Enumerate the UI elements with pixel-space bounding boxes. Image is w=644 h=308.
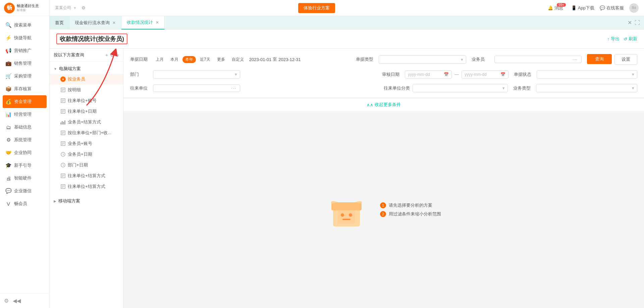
sidebar-item-basic-info[interactable]: 🗂 基础信息 [0,121,49,134]
sidebar-item-guide[interactable]: 🎓 新手引导 [0,159,49,172]
partner-more-icon[interactable]: ··· [231,86,236,90]
collapse-sidebar-icon[interactable]: ◀◀ [13,298,21,304]
sidebar-item-weixin[interactable]: 💬 企业微信 [0,185,49,197]
tab-bank-flow-close[interactable]: ✕ [112,20,116,25]
sidebar-item-enterprise[interactable]: 🤝 企业协同 [0,146,49,159]
topbar-gear-icon[interactable]: ⚙ [82,5,86,10]
step-1-number: 1 [380,202,386,208]
scheme-item-dept-date[interactable]: 部门+日期 [50,160,123,170]
tab-bank-flow[interactable]: 现金银行流水查询 ✕ [69,16,121,30]
filter-results-area: 单据日期 上月 本月 本年 近7天 更多 自定义 2023-01-01 [123,49,644,308]
department-dropdown[interactable]: ▾ [153,70,240,79]
salesperson-input[interactable]: ··· [494,56,582,63]
sidebar-item-finance[interactable]: 💰 资金管理 [3,95,47,108]
sidebar-item-sales[interactable]: 💼 销售管理 [0,57,49,70]
maximize-icon[interactable]: ⛶ [635,20,640,26]
user-area[interactable]: Rit [629,3,639,13]
sidebar-item-search[interactable]: 🔍 搜索菜单 [0,19,49,32]
date-tab-more[interactable]: 更多 [214,56,228,63]
mobile-group-arrow-icon: ▶ [54,199,56,203]
system-icon: ⚙ [5,137,11,143]
partner-category-dropdown[interactable]: ▾ [413,84,508,92]
sidebar-item-management[interactable]: 📊 经营管理 [0,108,49,121]
date-tab-this-year[interactable]: 本年 [182,56,196,63]
logo-icon: 畅 [4,3,15,13]
sidebar-item-purchase[interactable]: 🛒 采购管理 [0,70,49,83]
voucher-status-dropdown[interactable]: ▾ [537,70,637,79]
audit-date-from[interactable]: yyyy-mm-dd 📅 [405,70,452,79]
export-button[interactable]: ↑ 导出 [607,36,620,42]
settings-button[interactable]: 设置 [614,54,637,65]
scheme-item-partner-settlement2[interactable]: 往来单位+结算方式 [50,181,123,192]
scheme-item-partner-date[interactable]: 往来单位+日期 [50,106,123,117]
scheme-item-salesperson-settlement[interactable]: 业务员+结算方式 [50,117,123,127]
scheme-item-by-salesperson[interactable]: ● 按业务员 [50,74,123,85]
management-icon: 📊 [5,111,11,117]
business-type-dropdown[interactable]: ▾ [536,84,637,92]
salesperson-more-icon[interactable]: ··· [573,57,578,61]
topbar-breadcrumb: 某某公司 [55,5,71,11]
scheme-item-partner-settlement1[interactable]: 往来单位+结算方式 [50,170,123,181]
app-download-button[interactable]: 📱 App下载 [571,5,594,11]
scheme-item-salesperson-account-icon [60,141,66,146]
empty-illustration [326,190,367,230]
tab-receipt-stats-close[interactable]: ✕ [156,20,159,25]
sidebar-label-purchase: 采购管理 [14,73,32,79]
collapse-bar[interactable]: ∧∧ 收起更多条件 [123,98,644,111]
empty-steps: 1 请先选择要分析的方案 2 用过滤条件来缩小分析范围 [380,202,441,217]
add-scheme-button[interactable]: + [105,52,108,58]
sidebar-label-hardware: 智能硬件 [14,175,32,181]
marketing-icon: 📢 [5,48,11,54]
sidebar-item-quick-nav[interactable]: ⚡ 快捷导航 [0,32,49,44]
scheme-item-salesperson-account[interactable]: 业务员+账号 [50,138,123,149]
online-service-button[interactable]: 💬 在线客服 [600,5,624,11]
date-tab-this-month[interactable]: 本月 [168,56,181,63]
scheme-settings-icon[interactable]: ⚙ [110,52,114,58]
date-tab-last-7-days[interactable]: 近7天 [197,56,213,63]
svg-rect-36 [338,210,355,223]
sidebar-item-system[interactable]: ⚙ 系统管理 [0,134,49,146]
scheme-group-mobile-header[interactable]: ▶ 移动端方案 [50,196,123,206]
query-button[interactable]: 查询 [587,54,612,64]
collapse-scheme-panel-icon[interactable]: « [116,52,119,58]
trial-button[interactable]: 体验行业方案 [298,3,335,13]
filter-field-voucher-status: 单据状态 ▾ [514,70,637,79]
date-tab-custom[interactable]: 自定义 [229,56,247,63]
phone-icon: 📱 [571,5,577,10]
empty-content: 1 请先选择要分析的方案 2 用过滤条件来缩小分析范围 [326,190,441,230]
refresh-button[interactable]: ↺ 刷新 [624,36,637,42]
sidebar-item-inventory[interactable]: 📦 库存核算 [0,83,49,95]
svg-rect-39 [342,219,351,220]
topbar-right: 🔔 消息 99+ 📱 App下载 💬 在线客服 Rit [548,3,639,13]
enterprise-icon: 🤝 [5,150,11,156]
voucher-type-dropdown[interactable]: ▾ [379,55,466,64]
tab-home[interactable]: 首页 [50,16,69,30]
tabbar: 首页 现金银行流水查询 ✕ 收款情况统计 ✕ ✕ ⛶ [50,16,644,30]
tab-receipt-stats[interactable]: 收款情况统计 ✕ [121,16,165,30]
scheme-item-detail[interactable]: 按明细 [50,85,123,95]
svg-line-25 [63,165,64,166]
sidebar-label-quick-nav: 快捷导航 [14,35,32,41]
sidebar-item-member[interactable]: V 畅会员 [0,197,49,210]
sidebar-item-marketing[interactable]: 📢 营销推广 [0,44,49,57]
settings-bottom-icon[interactable]: ⚙ [4,298,9,304]
tabbar-actions: ✕ ⛶ [628,19,644,26]
scheme-item-salesperson-account-label: 业务员+账号 [68,141,92,147]
sidebar-label-sales: 销售管理 [14,60,32,66]
scheme-item-partner-settlement2-icon [60,184,66,189]
audit-date-to[interactable]: yyyy-mm-dd 📅 [462,70,508,79]
topbar-left: 某某公司 ▾ ⚙ [55,5,86,11]
close-all-tabs-icon[interactable]: ✕ [628,19,632,26]
main-area: 某某公司 ▾ ⚙ 体验行业方案 🔔 消息 99+ 📱 App下载 💬 在线客服 … [50,0,644,308]
messages-button[interactable]: 🔔 消息 99+ [548,5,563,11]
business-type-label: 业务类型 [513,85,533,91]
scheme-item-salesperson-date[interactable]: 业务员+日期 [50,149,123,160]
partner-input[interactable]: ··· [153,85,240,92]
scheme-item-partner-account[interactable]: 往来单位+账号 [50,95,123,106]
sidebar-item-hardware[interactable]: 🖨 智能硬件 [0,172,49,185]
collapse-label: 收起更多条件 [375,102,401,108]
scheme-group-desktop-header[interactable]: ▼ 电脑端方案 [50,64,123,74]
scheme-item-partner-dept[interactable]: 按往来单位+部门+收... [50,127,123,138]
step-2-text: 用过滤条件来缩小分析范围 [389,211,441,217]
date-tab-last-month[interactable]: 上月 [153,56,166,63]
